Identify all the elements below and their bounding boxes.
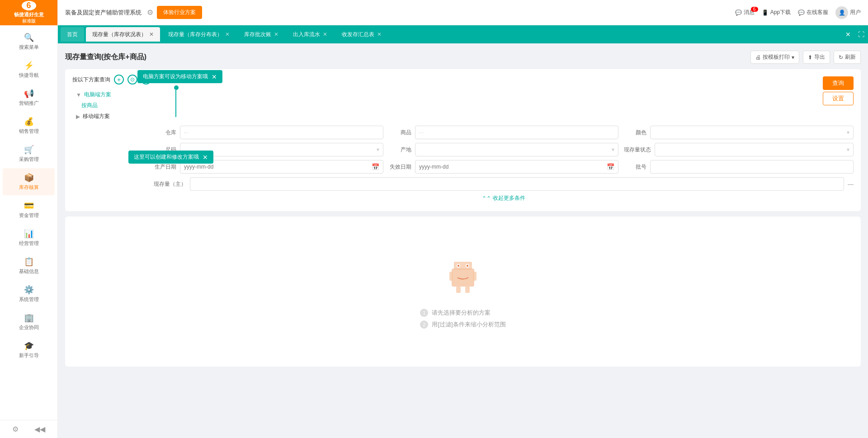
refresh-btn[interactable]: ↻ 刷新 <box>834 51 861 64</box>
sidebar-label-purchase: 采购管理 <box>19 156 39 163</box>
filter-row-2: 尺码 ▾ 产地 ▾ 现存量状态 <box>154 143 854 156</box>
batch-input[interactable] <box>650 160 854 174</box>
amount-start-input[interactable] <box>190 177 844 191</box>
tabs-maximize-btn[interactable]: ⛶ <box>856 29 866 40</box>
operation-icon: 📊 <box>24 229 34 239</box>
page-container: 现存量查询(按仓库+商品) 🖨 按模板打印 ▾ ⬆ 导出 ↻ 刷新 <box>58 43 868 374</box>
calendar-icon-produce[interactable]: 📅 <box>372 163 379 170</box>
filter-row-4: 现存量（主） — <box>154 177 854 191</box>
filter-field-batch: 批号 <box>624 160 854 174</box>
product-dots: ··· <box>419 129 424 136</box>
empty-hint-2: 2 用[过滤]条件来缩小分析范围 <box>420 319 505 330</box>
sidebar-item-search[interactable]: 🔍 搜索菜单 <box>3 28 55 55</box>
sidebar-item-finance[interactable]: 💳 资金管理 <box>3 196 55 223</box>
tab-inout-flow-close[interactable]: ✕ <box>323 31 327 38</box>
sidebar-item-quicknav[interactable]: ⚡ 快捷导航 <box>3 56 55 83</box>
sidebar-label-enterprise: 企业协同 <box>19 324 39 331</box>
hint-num-1: 1 <box>420 309 428 317</box>
scheme-create-text: 这里可以创建和修改方案哦 <box>134 153 199 161</box>
export-btn[interactable]: ⬆ 导出 <box>803 51 830 64</box>
scheme-sub-item-product[interactable]: 按商品 <box>72 100 854 111</box>
svg-rect-6 <box>456 287 461 293</box>
color-label: 颜色 <box>624 129 646 137</box>
tab-stock-dist[interactable]: 现存量（库存分布表） ✕ <box>162 27 236 42</box>
filter-field-origin: 产地 ▾ <box>389 143 618 156</box>
sidebar-item-purchase[interactable]: 🛒 采购管理 <box>3 140 55 167</box>
tab-stock-status-close[interactable]: ✕ <box>149 31 154 38</box>
sidebar-item-sales[interactable]: 💰 销售管理 <box>3 112 55 139</box>
scheme-create-close[interactable]: ✕ <box>203 154 208 161</box>
sidebar-item-guide[interactable]: 🎓 新手引导 <box>3 336 55 363</box>
refresh-icon: ↻ <box>839 54 843 61</box>
batch-label: 批号 <box>624 163 646 171</box>
hint-text-2: 用[过滤]条件来缩小分析范围 <box>432 319 505 330</box>
settings-gear-icon[interactable]: ⚙ <box>147 8 153 17</box>
sidebar-item-enterprise[interactable]: 🏢 企业协同 <box>3 308 55 335</box>
template-print-btn[interactable]: 🖨 按模板打印 ▾ <box>750 51 799 64</box>
sidebar-item-system[interactable]: ⚙️ 系统管理 <box>3 280 55 307</box>
tab-inout-flow[interactable]: 出入库流水 ✕ <box>287 27 334 42</box>
scheme-tree: ▼ 电脑端方案 按商品 ▶ 移动端方案 <box>72 89 854 122</box>
color-select[interactable]: ▾ <box>650 126 854 139</box>
header: 装备及固定资产辅助管理系统 ⚙ 体验行业方案 💬 消息 6 📱 App下载 💬 … <box>58 0 868 25</box>
expire-date-input-wrap[interactable]: 📅 <box>415 160 618 174</box>
tree-arrow-pc: ▼ <box>76 92 81 98</box>
app-download-label: App下载 <box>770 9 791 16</box>
user-menu[interactable]: 👤 用户 <box>835 6 861 19</box>
svg-rect-7 <box>465 287 470 293</box>
sidebar-item-operation[interactable]: 📊 经营管理 <box>3 224 55 251</box>
scheme-tree-mobile[interactable]: ▶ 移动端方案 <box>72 111 854 122</box>
scheme-tree-pc[interactable]: ▼ 电脑端方案 <box>72 89 854 100</box>
online-service-btn[interactable]: 💬 在线客服 <box>798 9 828 16</box>
export-icon: ⬆ <box>808 54 812 61</box>
sidebar-label-marketing: 营销推广 <box>19 100 39 107</box>
tabs-right-controls: ✕ ⛶ <box>844 29 866 40</box>
filter-field-warehouse: 仓库 ··· <box>154 126 383 139</box>
tabs-bar: 首页 现存量（库存状况表） ✕ 现存量（库存分布表） ✕ 库存批次账 ✕ 出入库… <box>58 25 868 43</box>
expire-date-start[interactable] <box>419 164 607 170</box>
enterprise-icon: 🏢 <box>24 313 34 323</box>
tab-receive-summary[interactable]: 收发存汇总表 ✕ <box>335 27 388 42</box>
expire-date-label: 失效日期 <box>389 163 411 171</box>
industry-btn[interactable]: 体验行业方案 <box>157 6 202 19</box>
sidebar-label-inventory: 库存核算 <box>19 184 39 191</box>
produce-date-start[interactable] <box>184 164 372 170</box>
collapse-btn[interactable]: ⌃⌃ 收起更多条件 <box>482 194 525 202</box>
collapse-sidebar-btn[interactable]: ◀◀ <box>34 425 45 433</box>
sidebar-label-guide: 新手引导 <box>19 352 39 359</box>
warehouse-select[interactable]: ··· <box>180 126 383 139</box>
reset-btn[interactable]: 设置 <box>823 92 854 105</box>
tab-home-label: 首页 <box>67 31 78 38</box>
tab-batch-ledger-label: 库存批次账 <box>244 31 271 38</box>
tab-batch-ledger[interactable]: 库存批次账 ✕ <box>238 27 285 42</box>
svg-rect-9 <box>473 272 476 281</box>
calendar-icon-expire[interactable]: 📅 <box>607 163 614 170</box>
tab-receive-summary-close[interactable]: ✕ <box>377 31 382 38</box>
tab-batch-ledger-close[interactable]: ✕ <box>274 31 278 38</box>
tab-stock-dist-close[interactable]: ✕ <box>225 31 230 38</box>
sidebar-item-marketing[interactable]: 📢 营销推广 <box>3 84 55 111</box>
size-arrow: ▾ <box>377 146 379 153</box>
tab-stock-status[interactable]: 现存量（库存状况表） ✕ <box>86 27 160 42</box>
tab-home[interactable]: 首页 <box>61 27 84 42</box>
filter-copy-btn[interactable]: ⊙ <box>127 75 137 85</box>
settings-footer-btn[interactable]: ⚙ <box>12 425 19 433</box>
sidebar-item-basic[interactable]: 📋 基础信息 <box>3 252 55 279</box>
stock-status-select[interactable]: ▾ <box>655 143 854 156</box>
scheme-tooltip-close[interactable]: ✕ <box>212 73 217 80</box>
filter-row-3: 生产日期 📅 失效日期 📅 <box>154 160 854 174</box>
sidebar-label-basic: 基础信息 <box>19 268 39 275</box>
filter-header-label: 按以下方案查询 <box>72 76 110 84</box>
filter-add-btn[interactable]: + <box>114 75 124 85</box>
print-icon: 🖨 <box>755 54 761 61</box>
search-btn[interactable]: 查询 <box>823 76 854 90</box>
product-select[interactable]: ··· <box>415 126 618 139</box>
hint-text-1: 请先选择要分析的方案 <box>432 307 491 319</box>
produce-date-label: 生产日期 <box>154 163 176 171</box>
tabs-close-all-btn[interactable]: ✕ <box>844 29 853 40</box>
tab-receive-summary-label: 收发存汇总表 <box>342 31 374 38</box>
message-btn[interactable]: 💬 消息 6 <box>735 9 755 16</box>
app-download-btn[interactable]: 📱 App下载 <box>762 9 791 16</box>
sidebar-item-inventory[interactable]: 📦 库存核算 <box>3 168 55 195</box>
origin-select[interactable]: ▾ <box>415 143 618 156</box>
